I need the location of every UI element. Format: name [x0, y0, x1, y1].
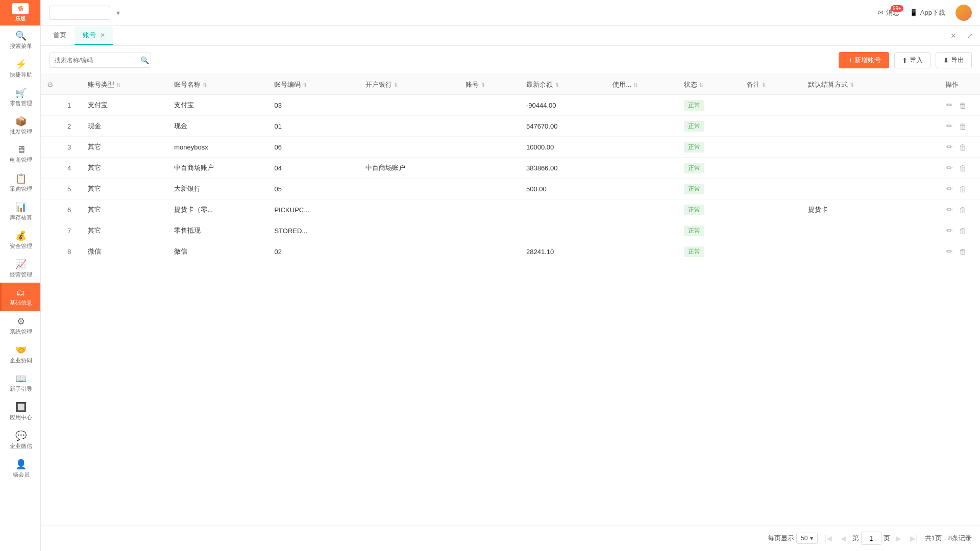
col-type[interactable]: 账号类型⇅ — [82, 75, 168, 95]
tab-account[interactable]: 账号 ✕ — [75, 27, 113, 45]
sidebar-item-finance-manage[interactable]: 💰 资金管理 — [0, 226, 40, 254]
page-last-btn[interactable]: ▶| — [908, 532, 921, 545]
sidebar-item-wholesale-manage[interactable]: 📦 批发管理 — [0, 111, 40, 140]
col-account[interactable]: 账号⇅ — [459, 75, 520, 95]
sidebar-item-purchase-manage[interactable]: 📋 采购管理 — [0, 168, 40, 197]
cell-name: 支付宝 — [168, 95, 268, 116]
sidebar-item-enterprise-wechat[interactable]: 💬 企业微信 — [0, 425, 40, 454]
edit-button[interactable]: ✏ — [945, 246, 954, 257]
edit-button[interactable]: ✏ — [945, 162, 954, 173]
page-number-input[interactable] — [861, 532, 881, 545]
cell-usage — [606, 199, 678, 220]
cell-bank — [359, 241, 459, 262]
page-label: 第 — [852, 534, 859, 543]
page-next-btn[interactable]: ▶ — [892, 532, 905, 545]
page-prev-btn[interactable]: ◀ — [837, 532, 850, 545]
col-remark[interactable]: 备注⇅ — [741, 75, 801, 95]
cell-index: 5 — [61, 179, 82, 199]
cell-index: 1 — [61, 95, 82, 116]
cell-bank — [359, 116, 459, 137]
cell-index: 3 — [61, 137, 82, 158]
cell-default-payment — [802, 220, 939, 241]
add-account-button[interactable]: + 新增账号 — [839, 52, 889, 68]
member-icon: 👤 — [15, 459, 27, 470]
user-avatar[interactable] — [955, 5, 972, 21]
edit-button[interactable]: ✏ — [945, 120, 954, 132]
delete-button[interactable]: 🗑 — [958, 204, 968, 215]
action-btns: ✏ 🗑 — [945, 225, 974, 236]
edit-button[interactable]: ✏ — [945, 225, 954, 236]
cell-remark — [741, 220, 801, 241]
top-search-input[interactable] — [49, 6, 110, 20]
cell-bank — [359, 179, 459, 199]
tab-close-all-btn[interactable]: ✕ — [947, 30, 960, 42]
table-row: 5 其它 大新银行 05 500.00 正常 ✏ 🗑 — [41, 179, 980, 199]
col-default-payment[interactable]: 默认结算方式⇅ — [802, 75, 939, 95]
import-button[interactable]: ⬆ 导入 — [894, 52, 930, 68]
inventory-check-icon: 📊 — [15, 202, 27, 213]
cell-check — [41, 116, 61, 137]
col-status[interactable]: 状态⇅ — [678, 75, 741, 95]
cell-check — [41, 179, 61, 199]
col-default-payment-label: 默认结算方式 — [808, 81, 848, 88]
msg-action[interactable]: ✉ 消息 99+ — [878, 8, 899, 17]
sidebar-item-inventory-check[interactable]: 📊 库存核算 — [0, 197, 40, 226]
tab-expand-btn[interactable]: ⤢ — [964, 30, 976, 42]
cell-balance — [520, 199, 606, 220]
search-input[interactable] — [50, 54, 136, 67]
col-index — [61, 75, 82, 95]
sidebar-item-quick-nav[interactable]: ⚡ 快捷导航 — [0, 54, 40, 83]
page-size-dropdown[interactable]: 50 ▾ — [796, 533, 817, 544]
delete-button[interactable]: 🗑 — [958, 162, 968, 173]
sidebar-item-system-manage[interactable]: ⚙ 系统管理 — [0, 311, 40, 340]
sidebar-item-beginner-guide[interactable]: 📖 新手引导 — [0, 368, 40, 397]
edit-button[interactable]: ✏ — [945, 141, 954, 153]
delete-button[interactable]: 🗑 — [958, 246, 968, 257]
sidebar-item-enterprise-agreement[interactable]: 🤝 企业协同 — [0, 340, 40, 368]
export-button[interactable]: ⬇ 导出 — [936, 52, 972, 68]
cell-bank — [359, 199, 459, 220]
sidebar-item-search-menu[interactable]: 🔍 搜索菜单 — [0, 26, 40, 54]
col-code[interactable]: 账号编码⇅ — [268, 75, 359, 95]
sidebar-item-ecommerce-manage[interactable]: 🖥 电商管理 — [0, 140, 40, 168]
col-bank[interactable]: 开户银行⇅ — [359, 75, 459, 95]
col-settings[interactable]: ⚙ — [41, 75, 61, 95]
sort-type-icon: ⇅ — [116, 82, 120, 88]
col-account-label: 账号 — [465, 81, 479, 88]
tab-close-icon[interactable]: ✕ — [100, 32, 105, 39]
cell-remark — [741, 241, 801, 262]
col-settings-icon[interactable]: ⚙ — [47, 81, 54, 89]
col-balance[interactable]: 最新余额⇅ — [520, 75, 606, 95]
sidebar-item-retail-manage[interactable]: 🛒 零售管理 — [0, 83, 40, 111]
sidebar-item-app-center[interactable]: 🔲 应用中心 — [0, 397, 40, 425]
delete-button[interactable]: 🗑 — [958, 120, 968, 132]
col-name[interactable]: 账号名称⇅ — [168, 75, 268, 95]
dropdown-arrow-icon[interactable]: ▾ — [116, 9, 120, 17]
sidebar-item-basic-info[interactable]: 🗂 基础信息 — [0, 283, 40, 311]
tab-home[interactable]: 首页 — [45, 27, 75, 45]
main-area: ▾ ✉ 消息 99+ 📱 App下载 首页 账号 ✕ ✕ — [41, 0, 980, 551]
delete-button[interactable]: 🗑 — [958, 183, 968, 194]
delete-button[interactable]: 🗑 — [958, 99, 968, 111]
edit-button[interactable]: ✏ — [945, 99, 954, 111]
msg-icon: ✉ — [878, 9, 884, 16]
sidebar-item-member[interactable]: 👤 畅会员 — [0, 454, 40, 483]
edit-button[interactable]: ✏ — [945, 183, 954, 194]
wholesale-manage-icon: 📦 — [15, 116, 27, 127]
page-first-btn[interactable]: |◀ — [822, 532, 835, 545]
app-download-action[interactable]: 📱 App下载 — [910, 8, 945, 17]
action-btns: ✏ 🗑 — [945, 120, 974, 132]
app-download-label: App下载 — [920, 8, 945, 17]
total-info: 共1页，8条记录 — [925, 534, 972, 543]
edit-button[interactable]: ✏ — [945, 204, 954, 215]
sidebar-item-operation-manage[interactable]: 📈 经营管理 — [0, 254, 40, 283]
cell-code: STORED... — [268, 220, 359, 241]
col-usage[interactable]: 使用...⇅ — [606, 75, 678, 95]
page-nav: |◀ ◀ 第 页 ▶ ▶| — [822, 532, 921, 545]
app-logo: 畅 乐版 — [0, 0, 40, 26]
delete-button[interactable]: 🗑 — [958, 141, 968, 153]
delete-button[interactable]: 🗑 — [958, 225, 968, 236]
table-row: 1 支付宝 支付宝 03 -90444.00 正常 ✏ 🗑 — [41, 95, 980, 116]
search-button[interactable]: 🔍 — [136, 53, 151, 67]
cell-account — [459, 137, 520, 158]
